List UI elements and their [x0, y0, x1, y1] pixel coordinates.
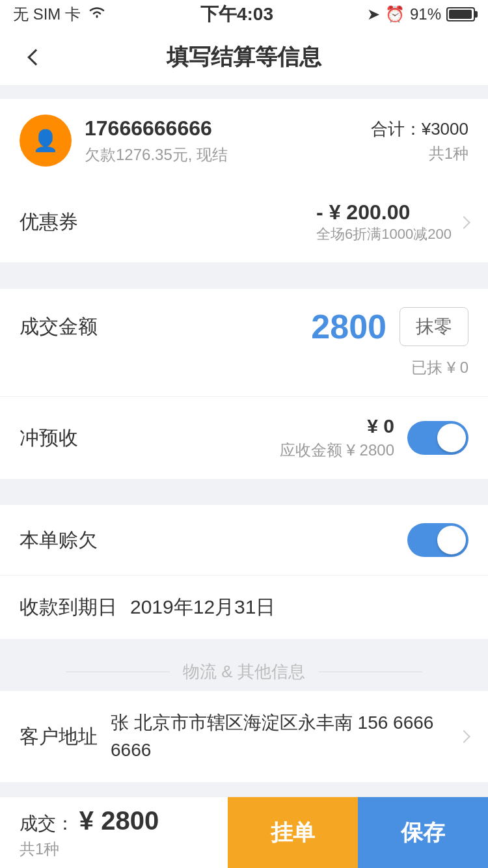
- coupon-row[interactable]: 优惠券 - ¥ 200.00 全场6折满1000减200: [0, 182, 488, 263]
- precollect-row: 冲预收 ¥ 0 应收金额 ¥ 2800: [0, 396, 488, 479]
- user-info: 17666666666 欠款1276.35元, 现结: [85, 116, 228, 165]
- header: 填写结算等信息: [0, 29, 488, 86]
- location-icon: ➤: [367, 5, 380, 23]
- due-date-value: 2019年12月31日: [130, 594, 275, 621]
- logistics-divider-line: 物流 & 其他信息: [66, 660, 422, 683]
- bottom-count: 共1种: [20, 839, 208, 860]
- coupon-chevron-icon: [457, 216, 470, 229]
- bad-debt-toggle[interactable]: [407, 523, 468, 557]
- due-date-section: 收款到期日 2019年12月31日: [0, 576, 488, 639]
- precollect-toggle[interactable]: [407, 421, 468, 455]
- back-arrow-icon: [27, 49, 44, 65]
- wifi-icon: [87, 5, 107, 23]
- coupon-label: 优惠券: [20, 209, 78, 236]
- coupon-discount: - ¥ 200.00: [316, 200, 452, 224]
- user-debt: 欠款1276.35元, 现结: [85, 144, 228, 165]
- coupon-right: - ¥ 200.00 全场6折满1000减200: [316, 200, 468, 244]
- deal-amount: 2800: [311, 307, 386, 346]
- deal-section: 成交金额 2800 抹零 已抹 ¥ 0: [0, 289, 488, 396]
- precollect-right: ¥ 0 应收金额 ¥ 2800: [280, 415, 468, 461]
- user-left: 👤 17666666666 欠款1276.35元, 现结: [20, 115, 228, 167]
- bottom-deal-line: 成交： ¥ 2800: [20, 806, 208, 836]
- deal-row: 成交金额 2800 抹零: [20, 307, 468, 346]
- due-date-label: 收款到期日: [20, 594, 117, 621]
- address-chevron-icon: [457, 730, 470, 743]
- divider-line-right: [318, 671, 422, 672]
- address-section[interactable]: 客户地址 张 北京市市辖区海淀区永丰南 156 6666 6666: [0, 691, 488, 782]
- sim-status: 无 SIM 卡: [13, 4, 81, 25]
- toggle-thumb: [437, 424, 466, 452]
- bottom-bar: 成交： ¥ 2800 共1种 挂单 保存: [0, 796, 488, 868]
- deal-sub: 已抹 ¥ 0: [411, 359, 468, 376]
- user-phone: 17666666666: [85, 116, 228, 141]
- section-divider-1: [0, 263, 488, 276]
- address-label: 客户地址: [20, 724, 98, 750]
- deal-right: 2800 抹零: [311, 307, 468, 346]
- precollect-label: 冲预收: [20, 425, 78, 452]
- bad-debt-toggle-thumb: [437, 526, 466, 554]
- logistics-label: 物流 & 其他信息: [183, 660, 305, 683]
- coupon-desc: 全场6折满1000减200: [316, 224, 452, 244]
- deal-label: 成交金额: [20, 314, 98, 340]
- section-divider-2: [0, 479, 488, 492]
- bottom-summary: 成交： ¥ 2800 共1种: [0, 806, 228, 860]
- logistics-divider: 物流 & 其他信息: [0, 652, 488, 691]
- precollect-receivable: 应收金额 ¥ 2800: [280, 440, 394, 461]
- avatar: 👤: [20, 115, 72, 167]
- bad-debt-label: 本单赊欠: [20, 527, 98, 554]
- page-title: 填写结算等信息: [52, 42, 436, 72]
- avatar-icon: 👤: [33, 128, 59, 153]
- divider-line-left: [66, 671, 170, 672]
- address-value: 张 北京市市辖区海淀区永丰南 156 6666 6666: [111, 709, 446, 764]
- coupon-info: - ¥ 200.00 全场6折满1000减200: [316, 200, 452, 244]
- alarm-icon: ⏰: [385, 5, 405, 23]
- bad-debt-section: 本单赊欠: [0, 505, 488, 575]
- total-label: 合计：¥3000: [371, 118, 468, 141]
- bottom-deal-label: 成交：: [20, 813, 74, 834]
- total-count: 共1种: [371, 143, 468, 164]
- precollect-amount: ¥ 0: [280, 415, 394, 437]
- user-right: 合计：¥3000 共1种: [371, 118, 468, 164]
- status-right: ➤ ⏰ 91%: [367, 5, 475, 23]
- hang-button[interactable]: 挂单: [228, 797, 358, 869]
- back-button[interactable]: [20, 41, 52, 74]
- round-button[interactable]: 抹零: [400, 307, 468, 346]
- battery-percent: 91%: [410, 5, 441, 23]
- status-left: 无 SIM 卡: [13, 4, 107, 25]
- battery-icon: [446, 7, 475, 21]
- status-time: 下午4:03: [200, 2, 273, 27]
- precollect-values: ¥ 0 应收金额 ¥ 2800: [280, 415, 394, 461]
- bottom-deal-price: ¥ 2800: [79, 806, 159, 835]
- save-button[interactable]: 保存: [358, 797, 488, 869]
- status-bar: 无 SIM 卡 下午4:03 ➤ ⏰ 91%: [0, 0, 488, 29]
- user-card: 👤 17666666666 欠款1276.35元, 现结 合计：¥3000 共1…: [0, 99, 488, 182]
